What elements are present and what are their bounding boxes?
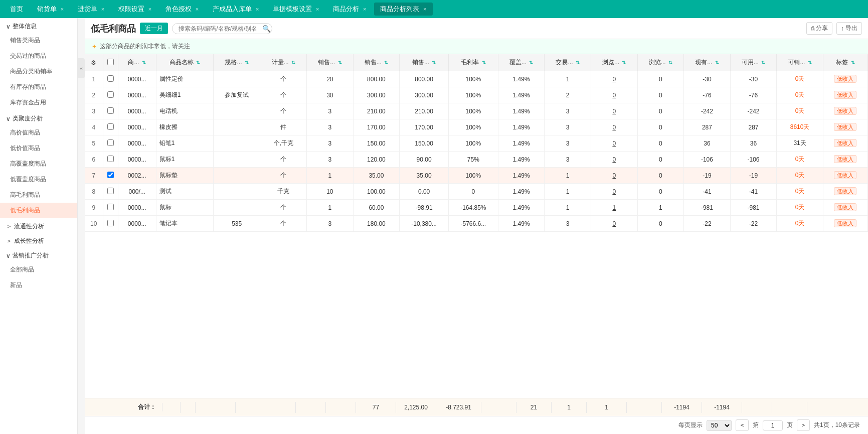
sidebar-group-marketing[interactable]: ∨ 营销推广分析 [0,247,77,262]
row-checkbox[interactable] [103,135,118,152]
th-name[interactable]: 商品名称 ⇅ [156,54,213,71]
close-icon[interactable]: × [101,6,104,12]
sidebar-item-in-stock[interactable]: 有库存的商品 [0,79,77,95]
row-browse1[interactable]: 0 [591,152,637,168]
sidebar-item-low-coverage[interactable]: 低覆盖度商品 [0,172,77,187]
nav-template-settings[interactable]: 单据模板设置 × [267,3,325,16]
sidebar-item-new-goods[interactable]: 新品 [0,277,77,293]
th-browse2[interactable]: 浏览... ⇅ [637,54,684,71]
close-icon[interactable]: × [256,6,259,12]
sidebar-item-category-assist[interactable]: 商品分类助销率 [0,64,77,79]
row-browse1[interactable]: 0 [591,184,637,200]
row-checkbox[interactable] [103,168,118,184]
th-available[interactable]: 可用... ⇅ [730,54,777,71]
table-row[interactable]: 1 0000... 属性定价 个 20 800.00 800.00 100% 1… [85,71,868,87]
close-icon[interactable]: × [363,6,366,12]
sidebar-item-low-value[interactable]: 低价值商品 [0,140,77,156]
table-row[interactable]: 6 0000... 鼠标1 个 3 120.00 90.00 75% 1.49%… [85,152,868,168]
prev-page-button[interactable]: ＜ [736,419,749,431]
sidebar-item-high-margin[interactable]: 高毛利商品 [0,187,77,203]
current-page-input[interactable] [763,420,783,430]
next-page-button[interactable]: ＞ [797,419,810,431]
nav-role-auth[interactable]: 角色授权 × [159,3,205,16]
sidebar-group-growth[interactable]: ＞ 成长性分析 [0,233,77,247]
nav-product-inbound[interactable]: 产成品入库单 × [207,3,265,16]
close-icon[interactable]: × [61,6,64,12]
row-select-checkbox[interactable] [107,123,114,130]
th-settings[interactable]: ⚙ [85,54,103,71]
close-icon[interactable]: × [148,6,151,12]
sidebar-item-traded-goods[interactable]: 交易过的商品 [0,48,77,64]
row-select-checkbox[interactable] [107,172,114,178]
close-icon[interactable]: × [196,6,199,12]
table-row[interactable]: 5 0000... 铅笔1 个,千克 3 150.00 150.00 100% … [85,135,868,152]
row-browse1[interactable]: 0 [591,216,637,232]
settings-icon[interactable]: ⚙ [91,59,96,66]
sidebar-item-all-goods[interactable]: 全部商品 [0,262,77,277]
sidebar-item-high-coverage[interactable]: 高覆盖度商品 [0,156,77,172]
row-checkbox[interactable] [103,119,118,135]
th-spec[interactable]: 规格... ⇅ [213,54,260,71]
export-button[interactable]: ↑ 导出 [836,22,862,35]
table-row[interactable]: 7 0002... 鼠标垫 个 1 35.00 35.00 100% 1.49%… [85,168,868,184]
nav-product-analysis[interactable]: 商品分析 × [327,3,372,16]
th-trade[interactable]: 交易... ⇅ [545,54,591,71]
row-select-checkbox[interactable] [107,139,114,146]
table-row[interactable]: 4 0000... 橡皮擦 件 3 170.00 170.00 100% 1.4… [85,119,868,135]
row-checkbox[interactable] [103,216,118,232]
share-button[interactable]: ⎙ 分享 [806,22,832,35]
table-row[interactable]: 9 0000... 鼠标 个 1 60.00 -98.91 -164.85% 1… [85,200,868,216]
th-price[interactable]: 销售... ⇅ [353,54,400,71]
row-checkbox[interactable] [103,152,118,168]
row-checkbox[interactable] [103,184,118,200]
row-browse1[interactable]: 1 [591,200,637,216]
nav-sales-order[interactable]: 销货单 × [31,3,70,16]
table-row[interactable]: 2 0000... 吴细细1 参加复试 个 30 300.00 300.00 1… [85,87,868,103]
row-checkbox[interactable] [103,71,118,87]
th-browse1[interactable]: 浏览... ⇅ [591,54,637,71]
sidebar-item-low-margin[interactable]: 低毛利商品 [0,203,77,218]
row-select-checkbox[interactable] [107,156,114,162]
close-icon[interactable]: × [423,6,426,12]
th-tag[interactable]: 标签 ⇅ [823,54,867,71]
row-checkbox[interactable] [103,200,118,216]
th-unit[interactable]: 计量... ⇅ [260,54,307,71]
nav-product-analysis-list[interactable]: 商品分析列表 × [374,3,432,16]
th-code[interactable]: 商... ⇅ [118,54,156,71]
search-icon[interactable]: 🔍 [262,25,271,33]
close-icon[interactable]: × [316,6,319,12]
sidebar-item-high-value[interactable]: 高价值商品 [0,125,77,140]
search-input[interactable] [172,23,272,34]
th-checkbox[interactable] [103,54,118,71]
row-select-checkbox[interactable] [107,204,114,210]
nav-purchase-order[interactable]: 进货单 × [72,3,110,16]
nav-permission[interactable]: 权限设置 × [112,3,157,16]
row-browse1[interactable]: 0 [591,103,637,119]
page-size-select[interactable]: 50 20 100 [707,420,732,431]
sidebar-collapse-button[interactable]: « [78,58,85,78]
row-browse1[interactable]: 0 [591,87,637,103]
table-row[interactable]: 3 0000... 电话机 个 3 210.00 210.00 100% 1.4… [85,103,868,119]
filter-recent-month-button[interactable]: 近一月 [140,23,168,34]
data-table-wrap[interactable]: ⚙ 商... ⇅ 商品名称 ⇅ 规格... ⇅ 计量... ⇅ 销售... ⇅ … [85,54,868,398]
row-select-checkbox[interactable] [107,188,114,194]
row-select-checkbox[interactable] [107,91,114,98]
row-checkbox[interactable] [103,87,118,103]
th-salable[interactable]: 可销... ⇅ [777,54,823,71]
sidebar-group-liquidity[interactable]: ＞ 流通性分析 [0,218,77,233]
th-qty[interactable]: 销售... ⇅ [307,54,354,71]
sidebar-item-stock-capital[interactable]: 库存资金占用 [0,95,77,110]
th-gross-rate[interactable]: 毛利率 ⇅ [448,54,498,71]
sidebar-item-sales-goods[interactable]: 销售类商品 [0,33,77,48]
row-select-checkbox[interactable] [107,107,114,114]
row-checkbox[interactable] [103,103,118,119]
row-select-checkbox[interactable] [107,220,114,226]
th-coverage[interactable]: 覆盖... ⇅ [498,54,545,71]
th-stock[interactable]: 现有... ⇅ [684,54,731,71]
select-all-checkbox[interactable] [107,59,114,65]
row-browse1[interactable]: 0 [591,119,637,135]
table-row[interactable]: 10 0000... 笔记本 535 个 3 180.00 -10,380...… [85,216,868,232]
row-select-checkbox[interactable] [107,75,114,82]
nav-home[interactable]: 首页 [4,3,29,16]
row-browse1[interactable]: 0 [591,135,637,152]
